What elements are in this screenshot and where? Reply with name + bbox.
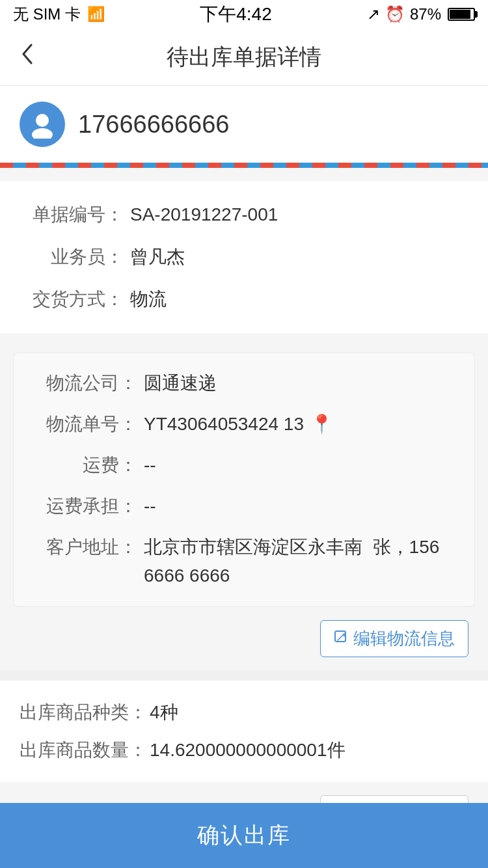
confirm-btn-wrapper: 确认出库 <box>0 803 488 868</box>
status-left: 无 SIM 卡 📶 <box>13 4 105 25</box>
page-title: 待出库单据详情 <box>167 42 321 72</box>
logistics-tracking-label: 物流单号： <box>33 410 137 439</box>
logistics-company-value: 圆通速递 <box>144 369 455 398</box>
battery-bar <box>448 8 475 21</box>
logistics-freight-row: 运费： -- <box>33 451 455 480</box>
logistics-card: 物流公司： 圆通速递 物流单号： YT43064053424 13 📍 运费： … <box>13 353 475 607</box>
sales-person-value: 曾凡杰 <box>130 243 468 272</box>
logistics-freight-value: -- <box>144 451 455 480</box>
edit-icon <box>334 630 348 648</box>
back-button[interactable] <box>20 42 35 72</box>
goods-quantity-row: 出库商品数量： 14.620000000000001件 <box>20 738 468 763</box>
goods-section: 出库商品种类： 4种 出库商品数量： 14.620000000000001件 <box>0 681 488 782</box>
logistics-freight-bearer-label: 运费承担： <box>33 492 137 521</box>
nav-bar: 待出库单据详情 <box>0 29 488 86</box>
delivery-method-row: 交货方式： 物流 <box>20 285 468 314</box>
delivery-method-value: 物流 <box>130 285 468 314</box>
doc-number-label: 单据编号： <box>20 200 124 230</box>
dashed-divider <box>0 163 488 168</box>
logistics-company-label: 物流公司： <box>33 369 137 398</box>
edit-btn-row: 编辑物流信息 <box>0 620 488 670</box>
wifi-icon: 📶 <box>87 6 105 23</box>
goods-types-label: 出库商品种类： <box>20 700 150 725</box>
section-divider <box>0 670 488 681</box>
logistics-address-row: 客户地址： 北京市市辖区海淀区永丰南 张，156 6666 6666 <box>33 533 455 591</box>
goods-types-row: 出库商品种类： 4种 <box>20 700 468 725</box>
svg-point-1 <box>32 128 53 139</box>
logistics-freight-bearer-row: 运费承担： -- <box>33 492 455 521</box>
logistics-tracking-value: YT43064053424 13 📍 <box>144 410 455 439</box>
basic-info-section: 单据编号： SA-20191227-001 业务员： 曾凡杰 交货方式： 物流 <box>0 181 488 333</box>
status-bar: 无 SIM 卡 📶 下午4:42 ↗ ⏰ 87% <box>0 0 488 29</box>
svg-point-0 <box>36 114 49 127</box>
logistics-tracking-row: 物流单号： YT43064053424 13 📍 <box>33 410 455 439</box>
logistics-address-label: 客户地址： <box>33 533 137 562</box>
user-header: 17666666666 <box>0 86 488 163</box>
goods-quantity-label: 出库商品数量： <box>20 738 150 763</box>
status-time: 下午4:42 <box>200 2 272 27</box>
avatar <box>20 102 65 147</box>
goods-quantity-value: 14.620000000000001件 <box>150 738 346 763</box>
doc-number-value: SA-20191227-001 <box>130 200 468 230</box>
edit-btn-label: 编辑物流信息 <box>353 627 455 650</box>
doc-number-row: 单据编号： SA-20191227-001 <box>20 200 468 230</box>
battery-percent: 87% <box>410 5 441 23</box>
logistics-company-row: 物流公司： 圆通速递 <box>33 369 455 398</box>
logistics-address-value: 北京市市辖区海淀区永丰南 张，156 6666 6666 <box>144 533 455 591</box>
battery-fill <box>450 10 470 19</box>
logistics-freight-bearer-value: -- <box>144 492 455 521</box>
goods-types-value: 4种 <box>150 700 178 725</box>
alarm-icon: ⏰ <box>385 5 405 23</box>
logistics-freight-label: 运费： <box>33 451 137 480</box>
location-icon: ↗ <box>367 5 380 23</box>
carrier-text: 无 SIM 卡 <box>13 4 81 25</box>
sales-person-label: 业务员： <box>20 243 124 272</box>
tracking-location-icon[interactable]: 📍 <box>310 410 333 439</box>
confirm-outbound-button[interactable]: 确认出库 <box>0 803 488 868</box>
user-phone: 17666666666 <box>78 111 229 139</box>
status-right: ↗ ⏰ 87% <box>367 5 475 23</box>
delivery-method-label: 交货方式： <box>20 285 124 314</box>
edit-logistics-button[interactable]: 编辑物流信息 <box>320 620 468 657</box>
sales-person-row: 业务员： 曾凡杰 <box>20 243 468 272</box>
